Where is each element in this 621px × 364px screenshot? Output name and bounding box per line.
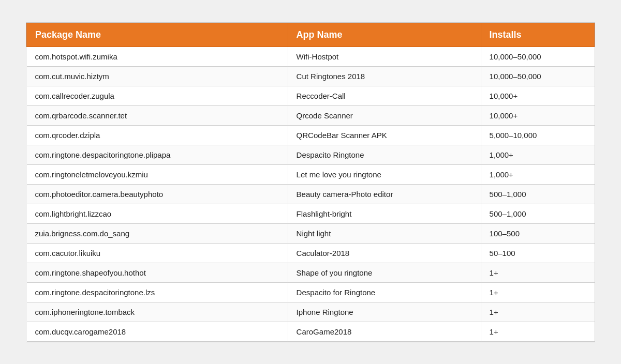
cell-installs: 1,000+ xyxy=(481,164,594,184)
table-row: com.iphoneringtone.tombackIphone Rington… xyxy=(27,302,595,322)
cell-app: Let me love you ringtone xyxy=(288,164,481,184)
table-row: com.cacutor.likuikuCaculator-201850–100 xyxy=(27,243,595,263)
table-row: com.qrcoder.dziplaQRCodeBar Scanner APK5… xyxy=(27,125,595,145)
cell-package: com.iphoneringtone.tomback xyxy=(27,302,288,322)
cell-package: com.qrcoder.dzipla xyxy=(27,125,288,145)
cell-app: Despacito for Ringtone xyxy=(288,282,481,302)
cell-installs: 1+ xyxy=(481,263,594,282)
cell-app: Flashlight-bright xyxy=(288,204,481,223)
table-row: com.ducqv.carogame2018CaroGame20181+ xyxy=(27,322,595,341)
table-row: com.ringtoneletmeloveyou.kzmiuLet me lov… xyxy=(27,164,595,184)
table-row: com.ringtone.despacitoringtone.plipapaDe… xyxy=(27,145,595,164)
table-row: com.photoeditor.camera.beautyphotoBeauty… xyxy=(27,184,595,204)
cell-package: com.hotspot.wifi.zumika xyxy=(27,47,288,66)
cell-app: Qrcode Scanner xyxy=(288,105,481,125)
cell-installs: 500–1,000 xyxy=(481,184,594,204)
table-row: com.lightbright.lizzcaoFlashlight-bright… xyxy=(27,204,595,223)
cell-app: Beauty camera-Photo editor xyxy=(288,184,481,204)
cell-installs: 10,000+ xyxy=(481,105,594,125)
table-row: com.ringtone.despacitoringtone.lzsDespac… xyxy=(27,282,595,302)
cell-package: zuia.brigness.com.do_sang xyxy=(27,223,288,243)
cell-package: com.photoeditor.camera.beautyphoto xyxy=(27,184,288,204)
cell-package: com.ringtone.despacitoringtone.lzs xyxy=(27,282,288,302)
cell-package: com.ringtone.shapeofyou.hothot xyxy=(27,263,288,282)
cell-package: com.qrbarcode.scanner.tet xyxy=(27,105,288,125)
data-table: Package Name App Name Installs com.hotsp… xyxy=(26,23,595,342)
cell-package: com.ducqv.carogame2018 xyxy=(27,322,288,341)
cell-app: Reccoder-Call xyxy=(288,86,481,105)
table-row: com.cut.muvic.hiztymCut Ringtones 201810… xyxy=(27,66,595,86)
header-app: App Name xyxy=(288,23,481,47)
header-package: Package Name xyxy=(27,23,288,47)
cell-installs: 100–500 xyxy=(481,223,594,243)
cell-installs: 10,000–50,000 xyxy=(481,66,594,86)
cell-installs: 500–1,000 xyxy=(481,204,594,223)
table-header-row: Package Name App Name Installs xyxy=(27,23,595,47)
cell-installs: 5,000–10,000 xyxy=(481,125,594,145)
cell-installs: 1+ xyxy=(481,282,594,302)
cell-package: com.ringtoneletmeloveyou.kzmiu xyxy=(27,164,288,184)
cell-installs: 50–100 xyxy=(481,243,594,263)
cell-app: Caculator-2018 xyxy=(288,243,481,263)
table-row: com.qrbarcode.scanner.tetQrcode Scanner1… xyxy=(27,105,595,125)
table-row: com.hotspot.wifi.zumikaWifi-Hostpot10,00… xyxy=(27,47,595,66)
cell-package: com.cacutor.likuiku xyxy=(27,243,288,263)
cell-app: Iphone Ringtone xyxy=(288,302,481,322)
table-row: zuia.brigness.com.do_sangNight light100–… xyxy=(27,223,595,243)
table-row: com.ringtone.shapeofyou.hothotShape of y… xyxy=(27,263,595,282)
cell-app: Cut Ringtones 2018 xyxy=(288,66,481,86)
cell-package: com.cut.muvic.hiztym xyxy=(27,66,288,86)
cell-package: com.ringtone.despacitoringtone.plipapa xyxy=(27,145,288,164)
table-container: Package Name App Name Installs com.hotsp… xyxy=(26,22,595,342)
cell-installs: 10,000+ xyxy=(481,86,594,105)
cell-installs: 10,000–50,000 xyxy=(481,47,594,66)
table-row: com.callrecoder.zugulaReccoder-Call10,00… xyxy=(27,86,595,105)
cell-package: com.callrecoder.zugula xyxy=(27,86,288,105)
cell-app: Despacito Ringtone xyxy=(288,145,481,164)
cell-app: Shape of you ringtone xyxy=(288,263,481,282)
cell-app: Night light xyxy=(288,223,481,243)
cell-app: QRCodeBar Scanner APK xyxy=(288,125,481,145)
cell-app: CaroGame2018 xyxy=(288,322,481,341)
table-body: com.hotspot.wifi.zumikaWifi-Hostpot10,00… xyxy=(27,47,595,341)
cell-package: com.lightbright.lizzcao xyxy=(27,204,288,223)
cell-installs: 1,000+ xyxy=(481,145,594,164)
header-installs: Installs xyxy=(481,23,594,47)
cell-app: Wifi-Hostpot xyxy=(288,47,481,66)
cell-installs: 1+ xyxy=(481,302,594,322)
cell-installs: 1+ xyxy=(481,322,594,341)
